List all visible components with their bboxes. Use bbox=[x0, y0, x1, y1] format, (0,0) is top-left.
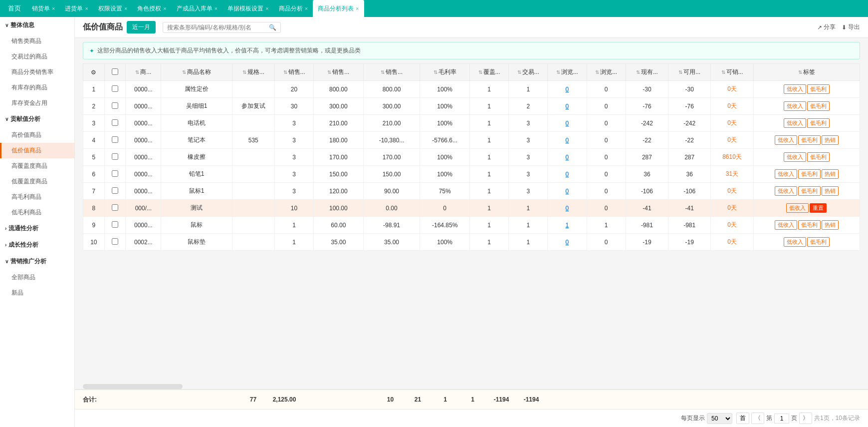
col-spec[interactable]: ⇅规格... bbox=[232, 64, 274, 81]
sidebar-item-low-margin[interactable]: 低毛利商品 bbox=[0, 205, 74, 220]
col-tags[interactable]: ⇅标签 bbox=[753, 64, 860, 81]
sidebar-item-high-value[interactable]: 高价值商品 bbox=[0, 127, 74, 143]
col-current[interactable]: ⇅现有... bbox=[626, 64, 668, 81]
col-available[interactable]: ⇅可用... bbox=[668, 64, 711, 81]
close-icon[interactable]: × bbox=[215, 5, 217, 11]
nav-home[interactable]: 首页 bbox=[2, 0, 27, 17]
nav-tab-purchaseorder[interactable]: 进货单 × bbox=[60, 0, 93, 17]
per-page-select[interactable]: 50 100 200 bbox=[707, 413, 732, 424]
tab-recent-1month[interactable]: 近一月 bbox=[127, 21, 156, 33]
sidebar-item-low-value[interactable]: 低价值商品 bbox=[0, 143, 74, 158]
header-actions: ↗ 分享 ⬇ 导出 bbox=[817, 23, 860, 31]
col-view2[interactable]: ⇅浏览... bbox=[587, 64, 626, 81]
cell-spec bbox=[232, 200, 274, 217]
view1-link[interactable]: 0 bbox=[566, 171, 569, 178]
export-button[interactable]: ⬇ 导出 bbox=[842, 23, 860, 31]
row-checkbox[interactable] bbox=[112, 187, 118, 194]
cell-sale-amount: 150.00 bbox=[363, 166, 420, 183]
view1-link[interactable]: 0 bbox=[566, 137, 569, 144]
cell-sale-price: 60.00 bbox=[314, 217, 364, 234]
footer-label: 合计: bbox=[83, 396, 97, 404]
view1-link[interactable]: 0 bbox=[566, 205, 569, 212]
row-checkbox[interactable] bbox=[112, 238, 118, 245]
nav-tab-permissions[interactable]: 权限设置 × bbox=[93, 0, 132, 17]
sidebar-item-sales-products[interactable]: 销售类商品 bbox=[0, 33, 74, 49]
col-sale-price[interactable]: ⇅销售... bbox=[314, 64, 364, 81]
first-page-button[interactable]: 首 bbox=[736, 413, 749, 424]
page-input[interactable] bbox=[774, 414, 789, 424]
sidebar-item-inventory-capital[interactable]: 库存资金占用 bbox=[0, 95, 74, 111]
nav-tab-product-analysis-list[interactable]: 商品分析列表 × bbox=[313, 0, 364, 17]
col-settings[interactable]: ⚙ bbox=[83, 64, 105, 81]
cell-available: 36 bbox=[668, 166, 711, 183]
col-trade[interactable]: ⇅交易... bbox=[509, 64, 548, 81]
col-sale-qty[interactable]: ⇅销售... bbox=[274, 64, 313, 81]
close-icon[interactable]: × bbox=[305, 5, 308, 11]
select-all-checkbox[interactable] bbox=[112, 68, 118, 75]
next-page-button[interactable]: 〉 bbox=[799, 413, 812, 424]
view1-link[interactable]: 0 bbox=[566, 188, 569, 195]
close-icon[interactable]: × bbox=[356, 5, 359, 11]
prev-page-button[interactable]: 〈 bbox=[751, 413, 764, 424]
view1-link[interactable]: 0 bbox=[566, 86, 569, 93]
nav-tab-product-stock[interactable]: 产成品入库单 × bbox=[172, 0, 222, 17]
cell-num: 5 bbox=[83, 149, 105, 166]
sidebar-item-all-products[interactable]: 全部商品 bbox=[0, 270, 74, 285]
row-checkbox[interactable] bbox=[112, 136, 118, 143]
row-checkbox[interactable] bbox=[112, 204, 118, 211]
sidebar-group-marketing[interactable]: ∨ 营销推广分析 bbox=[0, 253, 74, 270]
col-name[interactable]: ⇅商品名称 bbox=[161, 64, 232, 81]
sidebar-item-category-sales-rate[interactable]: 商品分类销售率 bbox=[0, 64, 74, 80]
close-icon[interactable]: × bbox=[265, 5, 268, 11]
horizontal-scrollbar[interactable] bbox=[83, 384, 860, 389]
row-checkbox[interactable] bbox=[112, 119, 118, 126]
view1-link[interactable]: 0 bbox=[566, 154, 569, 161]
nav-tab-salesorder[interactable]: 销货单 × bbox=[27, 0, 60, 17]
col-gross-rate[interactable]: ⇅毛利率 bbox=[420, 64, 470, 81]
nav-tab-roles[interactable]: 角色授权 × bbox=[132, 0, 171, 17]
col-view1[interactable]: ⇅浏览... bbox=[548, 64, 587, 81]
sidebar-item-new-products[interactable]: 新品 bbox=[0, 285, 74, 301]
sidebar-group-growth[interactable]: › 成长性分析 bbox=[0, 237, 74, 253]
col-checkbox[interactable] bbox=[104, 64, 126, 81]
view1-link[interactable]: 0 bbox=[566, 103, 569, 110]
cell-code: 0000... bbox=[126, 149, 161, 166]
sidebar-group-liquidity[interactable]: › 流通性分析 bbox=[0, 220, 74, 237]
cell-view1: 0 bbox=[548, 234, 587, 251]
share-button[interactable]: ↗ 分享 bbox=[817, 23, 836, 31]
col-sale-amount[interactable]: ⇅销售... bbox=[363, 64, 420, 81]
col-coverage[interactable]: ⇅覆盖... bbox=[469, 64, 508, 81]
nav-tab-template[interactable]: 单据模板设置 × bbox=[222, 0, 273, 17]
page-header: 低价值商品 近一月 🔍 ↗ 分享 ⬇ 导出 bbox=[75, 17, 868, 38]
row-checkbox[interactable] bbox=[112, 102, 118, 109]
cell-code: 0000... bbox=[126, 166, 161, 183]
close-icon[interactable]: × bbox=[124, 5, 127, 11]
view1-link[interactable]: 1 bbox=[566, 222, 569, 229]
cell-gross-rate: 100% bbox=[420, 81, 470, 98]
close-icon[interactable]: × bbox=[163, 5, 166, 11]
view1-link[interactable]: 0 bbox=[566, 120, 569, 127]
scrollbar-thumb[interactable] bbox=[83, 384, 183, 389]
row-checkbox[interactable] bbox=[112, 170, 118, 177]
row-checkbox[interactable] bbox=[112, 85, 118, 92]
sidebar-item-stocked-products[interactable]: 有库存的商品 bbox=[0, 80, 74, 95]
sidebar-group-contribution[interactable]: ∨ 贡献值分析 bbox=[0, 111, 74, 127]
sidebar-item-high-coverage[interactable]: 高覆盖度商品 bbox=[0, 158, 74, 174]
sidebar-item-low-coverage[interactable]: 低覆盖度商品 bbox=[0, 174, 74, 189]
close-icon[interactable]: × bbox=[85, 5, 88, 11]
tag-badge: 热销 bbox=[822, 135, 839, 145]
sidebar-item-traded-products[interactable]: 交易过的商品 bbox=[0, 49, 74, 64]
cell-available: -981 bbox=[668, 217, 711, 234]
sidebar-group-overall[interactable]: ∨ 整体信息 bbox=[0, 17, 74, 33]
col-code[interactable]: ⇅商... bbox=[126, 64, 161, 81]
row-checkbox[interactable] bbox=[112, 153, 118, 160]
cell-spec bbox=[232, 149, 274, 166]
sidebar-item-high-margin[interactable]: 高毛利商品 bbox=[0, 189, 74, 205]
nav-tab-product-analysis[interactable]: 商品分析 × bbox=[274, 0, 313, 17]
search-input[interactable] bbox=[167, 24, 267, 31]
close-icon[interactable]: × bbox=[52, 5, 55, 11]
col-saleable[interactable]: ⇅可销... bbox=[711, 64, 753, 81]
row-checkbox[interactable] bbox=[112, 221, 118, 228]
search-icon[interactable]: 🔍 bbox=[269, 24, 276, 31]
view1-link[interactable]: 0 bbox=[566, 239, 569, 246]
